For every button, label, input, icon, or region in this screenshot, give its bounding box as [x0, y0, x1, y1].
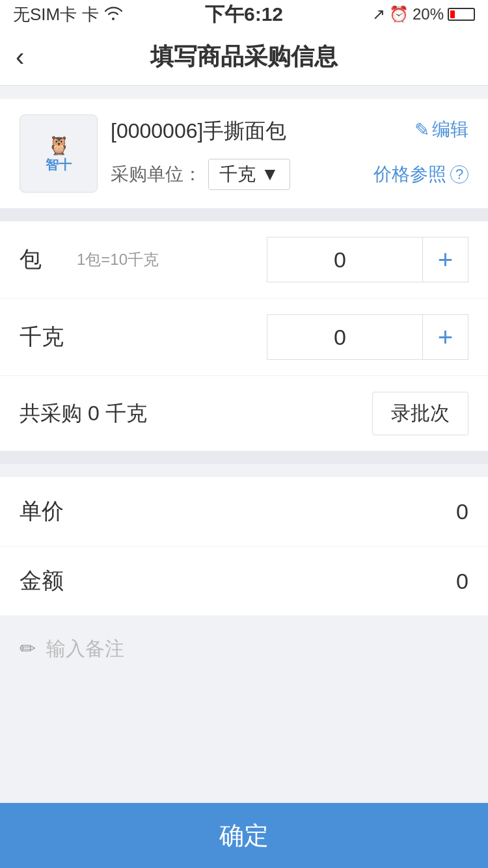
product-image: 🦉 智十: [20, 115, 98, 193]
pencil-icon: ✏: [20, 637, 36, 660]
package-input[interactable]: [267, 237, 423, 282]
kg-label: 千克: [20, 322, 72, 352]
location-icon: ↗: [372, 5, 385, 23]
unit-price-value: 0: [456, 499, 468, 524]
note-section[interactable]: ✏ 输入备注: [0, 616, 488, 694]
section-divider-2: [0, 451, 488, 464]
page-title: 填写商品采购信息: [150, 41, 338, 73]
unit-price-label: 单价: [20, 496, 64, 526]
section-divider-1: [0, 208, 488, 221]
edit-button[interactable]: ✎ 编辑: [414, 117, 468, 142]
product-card: 🦉 智十 [0000006]手撕面包 ✎ 编辑 采购单位： 千克 ▼ 价格参照: [0, 99, 488, 208]
status-bar: 无SIM卡 卡 下午6:12 ↗ ⏰ 20%: [0, 0, 488, 29]
unit-label: 采购单位：: [111, 162, 202, 187]
package-sublabel: 1包=10千克: [77, 249, 267, 270]
battery-percent: 20%: [413, 5, 444, 23]
edit-icon: ✎: [414, 119, 429, 141]
package-input-group: +: [267, 237, 468, 282]
unit-row: 采购单位： 千克 ▼ 价格参照 ?: [111, 159, 468, 190]
kg-input-group: +: [267, 314, 468, 360]
package-row: 包 1包=10千克 +: [0, 221, 488, 299]
amount-row: 金额 0: [0, 547, 488, 616]
note-placeholder: 输入备注: [46, 636, 124, 662]
price-section: 单价 0 金额 0: [0, 477, 488, 616]
battery-icon: [448, 8, 475, 21]
unit-select-group: 采购单位： 千克 ▼: [111, 159, 290, 190]
summary-row: 共采购 0 千克 录批次: [0, 376, 488, 451]
status-time: 下午6:12: [205, 1, 283, 28]
unit-dropdown[interactable]: 千克 ▼: [208, 159, 290, 190]
product-name-row: [0000006]手撕面包 ✎ 编辑: [111, 117, 468, 146]
status-right: ↗ ⏰ 20%: [372, 5, 475, 23]
package-plus-button[interactable]: +: [423, 237, 468, 282]
amount-label: 金额: [20, 566, 64, 596]
sim-icon: 卡: [82, 3, 99, 26]
unit-price-row: 单价 0: [0, 477, 488, 547]
confirm-button[interactable]: 确定: [0, 803, 488, 868]
kg-plus-button[interactable]: +: [423, 314, 468, 360]
alarm-icon: ⏰: [389, 5, 409, 23]
product-name: [0000006]手撕面包: [111, 117, 414, 146]
kg-input[interactable]: [267, 314, 423, 360]
amount-value: 0: [456, 569, 468, 594]
chevron-down-icon: ▼: [261, 164, 279, 185]
back-button[interactable]: ‹: [16, 42, 24, 72]
carrier-label: 无SIM卡: [13, 3, 77, 26]
status-left: 无SIM卡 卡: [13, 3, 122, 26]
package-label: 包: [20, 245, 72, 275]
wifi-icon: [104, 5, 122, 25]
product-logo: 🦉 智十: [46, 135, 72, 172]
price-ref-icon: ?: [450, 165, 468, 183]
kg-row: 千克 +: [0, 299, 488, 376]
batch-button[interactable]: 录批次: [372, 392, 468, 435]
nav-bar: ‹ 填写商品采购信息: [0, 29, 488, 86]
product-info: [0000006]手撕面包 ✎ 编辑 采购单位： 千克 ▼ 价格参照 ?: [111, 117, 468, 190]
quantity-section: 包 1包=10千克 + 千克 +: [0, 221, 488, 376]
price-reference-button[interactable]: 价格参照 ?: [373, 162, 468, 187]
summary-text: 共采购 0 千克: [20, 400, 147, 428]
